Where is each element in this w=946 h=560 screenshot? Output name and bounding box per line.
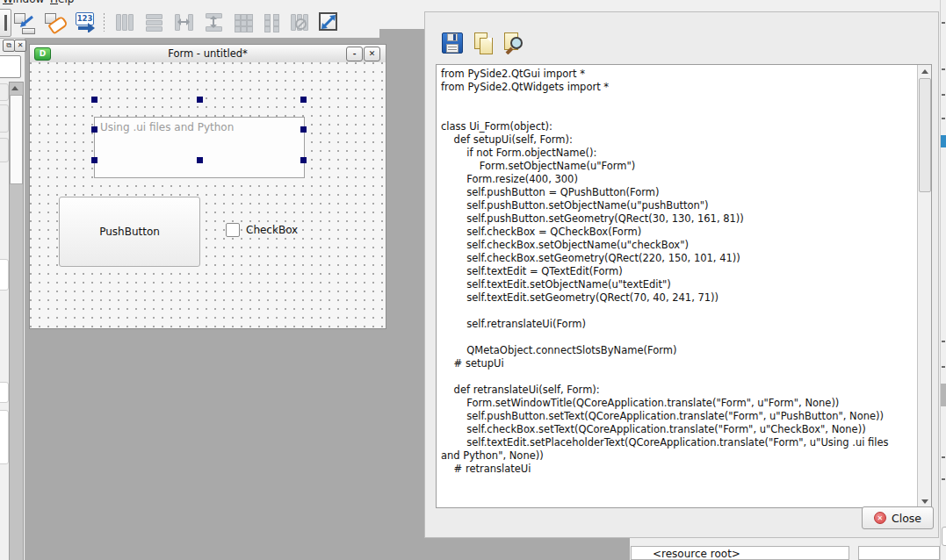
code-line: Form.setWindowTitle(QCoreApplication.tra… [441,397,916,410]
resource-tree-panel[interactable]: <resource root> [631,546,849,560]
code-line: self.pushButton = QPushButton(Form) [441,186,916,199]
code-line: Form.resize(400, 300) [441,173,916,186]
selection-handle[interactable] [300,97,307,103]
code-line: self.pushButton.setText(QCoreApplication… [441,410,916,423]
widget-box-search-input[interactable] [0,55,21,78]
layout-vertical-splitter-icon[interactable] [200,9,227,35]
code-line: self.retranslateUi(Form) [441,318,916,331]
layout-form-icon[interactable] [258,9,285,35]
selected-property-row[interactable] [941,135,946,147]
code-scrollbar[interactable] [917,65,931,507]
toolbar-separator [103,12,105,32]
code-text: from PySide2.QtGui import *from PySide2.… [441,68,916,507]
code-line [441,331,916,344]
code-line [441,370,916,384]
edit-buddies-icon[interactable] [41,9,68,35]
code-editor[interactable]: from PySide2.QtGui import *from PySide2.… [436,64,932,508]
selection-handle[interactable] [197,97,203,103]
close-button-label: Close [892,512,921,525]
close-button-icon: ✕ [874,512,886,524]
selection-handle[interactable] [91,126,97,133]
copy-icon[interactable] [472,32,495,54]
code-line: self.checkBox.setObjectName(u"checkBox") [441,239,916,252]
layout-grid-icon[interactable] [230,9,256,35]
code-line: def setupUi(self, Form): [441,133,916,147]
layout-horizontal-splitter-icon[interactable] [170,9,197,35]
code-line: Form.setObjectName(u"Form") [441,160,916,173]
code-line [441,107,916,120]
scroll-down-icon[interactable] [918,495,931,507]
code-dialog-toolbar [441,32,525,54]
scrollbar-thumb[interactable] [10,95,23,184]
widget-box-item[interactable] [0,138,9,162]
selection-handle[interactable] [300,126,307,133]
widget-box-panel: ⧉ ✕ [0,38,25,560]
scrollbar-thumb[interactable] [919,78,931,192]
dock-close-icon[interactable]: ✕ [14,39,26,52]
pushbutton-widget[interactable]: PushButton [59,197,200,267]
code-line: self.textEdit.setObjectName(u"textEdit") [441,278,916,291]
code-line: self.checkBox = QCheckBox(Form) [441,226,916,239]
widget-box-item[interactable] [0,410,9,464]
code-preview-dialog: from PySide2.QtGui import *from PySide2.… [424,11,939,538]
save-icon[interactable] [441,32,464,54]
find-icon[interactable] [502,32,525,54]
code-line: self.textEdit.setPlaceholderText(QCoreAp… [441,436,916,449]
menu-help[interactable]: Help [50,0,74,5]
break-layout-icon[interactable] [286,9,313,35]
dock-float-icon[interactable]: ⧉ [3,39,15,52]
code-line: self.textEdit = QTextEdit(Form) [441,265,916,278]
menu-bar: Window Help [0,0,946,7]
code-line: from PySide2.QtWidgets import * [441,81,916,94]
form-window-titlebar[interactable]: D Form - untitled* - ✕ [30,45,386,63]
code-line: from PySide2.QtGui import * [441,68,916,81]
mdi-area-top-sliver [379,29,424,38]
form-close-button[interactable]: ✕ [364,47,380,61]
selection-handle[interactable] [197,157,203,163]
menu-window[interactable]: Window [3,0,44,5]
code-line: self.pushButton.setGeometry(QRect(30, 13… [441,212,916,226]
resource-root-item[interactable]: <resource root> [632,547,849,560]
code-line: if not Form.objectName(): [441,147,916,160]
form-minimize-button[interactable]: - [346,47,363,61]
widget-box-scrollbar[interactable] [9,82,24,560]
scroll-up-icon[interactable] [918,65,931,77]
edit-signals-slots-icon[interactable] [11,9,37,35]
scroll-up-icon[interactable] [11,86,18,90]
code-line [441,94,916,107]
textedit-placeholder: Using .ui files and Python [95,118,304,137]
widget-box-item[interactable] [0,83,9,101]
textedit-widget[interactable]: Using .ui files and Python [94,117,305,178]
checkbox-widget[interactable]: CheckBox [226,223,298,237]
widget-box-item[interactable] [0,259,9,291]
code-line: def retranslateUi(self, Form): [441,384,916,397]
selection-handle[interactable] [91,97,97,103]
form-canvas[interactable]: Using .ui files and Python PushButton Ch… [30,62,386,327]
main-toolbar: 123 [0,7,379,39]
form-designer-window: D Form - untitled* - ✕ Using .ui files a… [29,44,386,329]
code-line: QMetaObject.connectSlotsByName(Form) [441,344,916,357]
pushbutton-label: PushButton [99,226,160,238]
form-window-title: Form - untitled* [30,47,386,60]
widget-box-item[interactable] [0,104,9,133]
layout-horizontal-icon[interactable] [111,9,137,35]
widget-box-item[interactable] [0,382,9,403]
code-line: self.checkBox.setText(QCoreApplication.t… [441,423,916,436]
property-editor-sliver [940,0,946,560]
code-line: class Ui_Form(object): [441,120,916,133]
code-line: # setupUi [441,357,916,370]
code-line: and Python", None)) [441,449,916,463]
adjust-size-icon[interactable] [315,9,342,35]
resource-list-panel[interactable] [858,546,940,560]
selection-handle[interactable] [300,157,307,163]
edit-tab-order-icon[interactable]: 123 [72,9,98,35]
checkbox-indicator[interactable] [226,223,240,237]
layout-vertical-icon[interactable] [141,9,167,35]
close-button[interactable]: ✕ Close [862,506,934,529]
checkbox-label: CheckBox [246,224,298,236]
resource-browser-dock: <resource root> [630,537,946,560]
mdi-area-bottom-sliver [424,537,630,560]
code-line [441,305,916,318]
selection-handle[interactable] [91,157,97,163]
code-line: self.pushButton.setObjectName(u"pushButt… [441,199,916,212]
